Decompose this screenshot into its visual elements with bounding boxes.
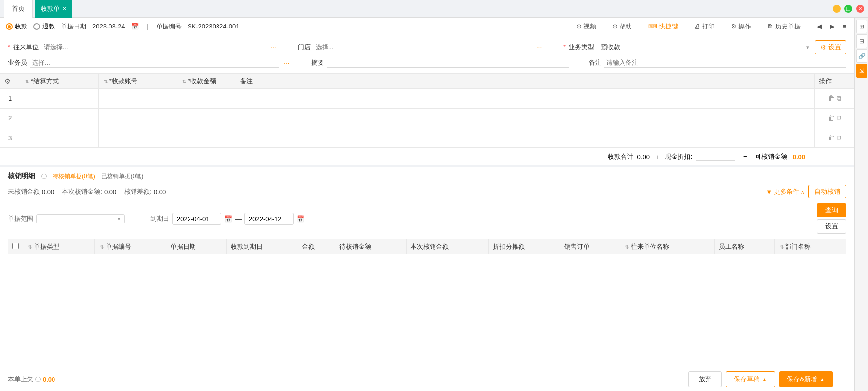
row-remark-3[interactable] — [236, 128, 815, 148]
verify-right-controls: ▼ 更多条件 ∧ 自动核销 — [766, 185, 846, 198]
copy-row-3-button[interactable]: ⧉ — [837, 134, 841, 142]
maximize-button[interactable]: □ — [844, 5, 852, 13]
bottom-stat: 本单上欠 ⓘ 0.00 — [8, 375, 55, 384]
verified-tab[interactable]: 已核销单据(0笔) — [101, 172, 144, 181]
select-all-checkbox[interactable] — [12, 243, 19, 249]
verify-settings-button[interactable]: 设置 — [817, 219, 846, 234]
radio-group: 收款 退款 — [6, 22, 55, 31]
due-label: 到期日 — [150, 214, 169, 223]
partner-input[interactable] — [42, 42, 266, 52]
store-input[interactable] — [314, 42, 531, 52]
sort-icon-account: ⇅ — [104, 79, 108, 84]
number-value: SK-20230324-001 — [188, 23, 240, 30]
shortcut-icon: ⌨ — [648, 23, 657, 30]
table-header-row: ⚙ ⇅ *结算方式 ⇅ *收款账号 ⇅ — [0, 74, 854, 89]
due-end-input[interactable] — [244, 213, 294, 225]
partner-more-icon[interactable]: ··· — [269, 43, 278, 51]
biz-field: * 业务类型 预收款 ▾ — [563, 42, 809, 53]
radio-refund-dot — [33, 23, 40, 30]
verify-settings-label: 设置 — [825, 223, 838, 230]
row-account-2[interactable] — [99, 109, 177, 128]
row-amount-2[interactable] — [177, 109, 236, 128]
store-more-icon[interactable]: ··· — [534, 43, 544, 51]
amount-col-label: *收款金额 — [188, 77, 216, 84]
query-button[interactable]: 查询 — [817, 203, 846, 217]
list-view-button[interactable]: ≡ — [841, 22, 848, 31]
bottom-bar: 本单上欠 ⓘ 0.00 放弃 保存草稿 ▲ 保存&新增 ▲ — [0, 367, 854, 391]
abandon-button[interactable]: 放弃 — [688, 371, 722, 387]
tab-receipt-label: 收款单 — [41, 4, 60, 13]
help-button[interactable]: ⊙ 帮助 — [610, 21, 634, 32]
due-start-input[interactable] — [172, 213, 221, 225]
video-label: 视频 — [583, 22, 596, 31]
staff-input[interactable] — [30, 58, 279, 68]
next-icon: ▶ — [830, 23, 835, 30]
maximize-icon: □ — [846, 5, 850, 12]
delete-row-3-button[interactable]: 🗑 — [828, 134, 835, 142]
note-input[interactable] — [604, 58, 846, 68]
doc-date-label: 单据日期 — [170, 243, 196, 250]
sort-icon-doctype: ⇅ — [28, 244, 32, 250]
pending-tab[interactable]: 待核销单据(0笔) — [53, 172, 95, 181]
current-label: 本次核销金额: — [62, 187, 102, 196]
radio-receive[interactable]: 收款 — [6, 22, 27, 31]
row-remark-1[interactable] — [236, 89, 815, 109]
receipt-table: ⚙ ⇅ *结算方式 ⇅ *收款账号 ⇅ — [0, 73, 854, 148]
biz-dropdown-icon[interactable]: ▾ — [806, 44, 809, 51]
tab-home[interactable]: 首页 — [4, 0, 33, 18]
copy-row-2-button[interactable]: ⧉ — [837, 114, 841, 122]
form-row-2: 业务员 ··· 摘要 备注 — [8, 58, 846, 68]
history-button[interactable]: 🗎 历史单据 — [765, 21, 803, 32]
save-draft-button[interactable]: 保存草稿 ▲ — [726, 371, 776, 387]
row-amount-3[interactable] — [177, 128, 236, 148]
form-settings-button[interactable]: ⚙ 设置 — [815, 40, 846, 54]
row-amount-1[interactable] — [177, 89, 236, 109]
next-button[interactable]: ▶ — [828, 22, 837, 31]
due-start-calendar-icon[interactable]: 📅 — [224, 215, 232, 223]
print-button[interactable]: 🖨 打印 — [692, 21, 717, 32]
row-settle-3[interactable] — [20, 128, 99, 148]
due-end-calendar-icon[interactable]: 📅 — [297, 215, 304, 223]
right-icon-expand[interactable]: ⇲ — [856, 64, 867, 78]
range-select[interactable]: ▾ — [36, 214, 125, 223]
delete-row-2-button[interactable]: 🗑 — [828, 114, 835, 122]
minimize-button[interactable]: — — [833, 5, 841, 13]
dept-name-col: ⇅ 部门名称 — [774, 239, 846, 254]
close-button[interactable]: × — [856, 5, 864, 13]
discount-input[interactable] — [696, 153, 735, 161]
stat-info-icon[interactable]: ⓘ — [35, 376, 41, 383]
save-new-button[interactable]: 保存&新增 ▲ — [779, 371, 833, 387]
operate-button[interactable]: ⚙ 操作 — [729, 21, 753, 32]
row-account-3[interactable] — [99, 128, 177, 148]
settings-gear-icon: ⚙ — [820, 44, 826, 51]
verify-table-scroll[interactable]: ⇅ 单据类型 ⇅ 单据编号 单据日期 — [8, 239, 846, 362]
radio-refund[interactable]: 退款 — [33, 22, 55, 31]
copy-row-1-button[interactable]: ⧉ — [837, 94, 841, 103]
row-settle-1[interactable] — [20, 89, 99, 109]
row-settle-2[interactable] — [20, 109, 99, 128]
amount-col: 金额 — [298, 239, 335, 254]
shortcut-button[interactable]: ⌨ 快捷键 — [646, 21, 680, 32]
summary-input[interactable] — [327, 58, 569, 68]
delete-row-1-button[interactable]: 🗑 — [828, 94, 835, 103]
more-conditions-button[interactable]: ▼ 更多条件 ∧ — [766, 187, 804, 196]
video-button[interactable]: ⊙ 视频 — [574, 21, 598, 32]
prev-button[interactable]: ◀ — [815, 22, 824, 31]
settings-label: 设置 — [828, 43, 841, 52]
row-remark-2[interactable] — [236, 109, 815, 128]
date-value: 2023-03-24 — [92, 23, 125, 30]
right-icon-list[interactable]: ⊟ — [856, 35, 867, 48]
calendar-icon[interactable]: 📅 — [131, 23, 139, 30]
table-gear-icon[interactable]: ⚙ — [4, 77, 11, 85]
right-icon-link[interactable]: 🔗 — [856, 49, 867, 63]
tab-receipt[interactable]: 收款单 × — [35, 0, 72, 18]
table-row: 1 🗑 ⧉ — [0, 89, 854, 109]
verify-info-icon[interactable]: ⓘ — [41, 173, 47, 180]
due-date-col-label: 收款到期日 — [231, 243, 263, 250]
tab-close-icon[interactable]: × — [63, 5, 66, 12]
partner-name-label: 往来单位名称 — [631, 243, 669, 250]
auto-verify-button[interactable]: 自动核销 — [808, 185, 846, 198]
staff-more-icon[interactable]: ··· — [282, 59, 292, 67]
main-area: 收款 退款 单据日期 2023-03-24 📅 | 单据编号 SK-202303… — [0, 18, 868, 391]
row-account-1[interactable] — [99, 89, 177, 109]
